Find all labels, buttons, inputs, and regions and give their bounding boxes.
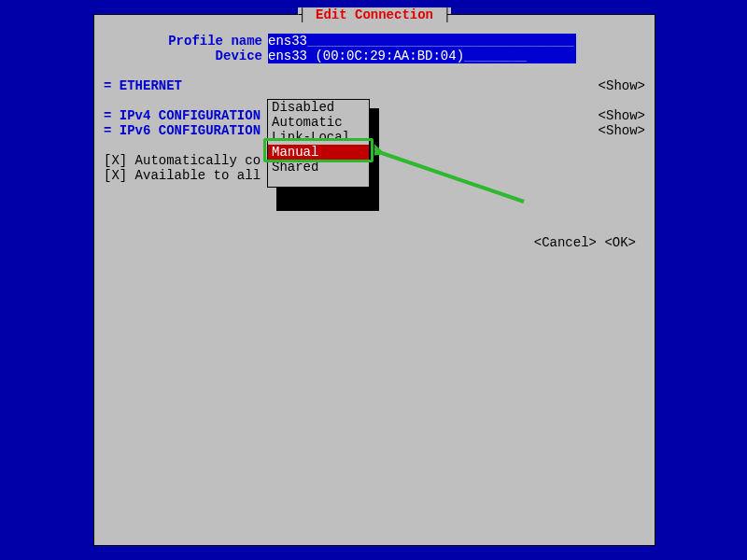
title-pipe-left: ┤	[298, 7, 314, 22]
profile-name-label: Profile name	[104, 34, 262, 49]
cancel-button[interactable]: <Cancel>	[534, 235, 597, 250]
dropdown-option-manual[interactable]: Manual	[268, 145, 369, 160]
dropdown-option-disabled[interactable]: Disabled	[268, 100, 369, 115]
ethernet-section: = ETHERNET <Show>	[104, 78, 645, 93]
device-input[interactable]: ens33 (00:0C:29:AA:BD:04)________	[268, 49, 576, 63]
window-title-bar: ┤ Edit Connection ├	[94, 7, 655, 22]
ok-button[interactable]: <OK>	[604, 235, 636, 250]
dialog-buttons: <Cancel> <OK>	[104, 235, 636, 250]
dropdown-option-automatic[interactable]: Automatic	[268, 115, 369, 130]
dropdown-option-shared[interactable]: Shared	[268, 160, 369, 175]
profile-name-input[interactable]: ens33__________________________________	[268, 34, 576, 49]
ethernet-label: = ETHERNET	[104, 78, 182, 93]
ethernet-show-button[interactable]: <Show>	[599, 78, 645, 93]
ipv4-label: = IPv4 CONFIGURATION	[104, 108, 261, 123]
config-mode-dropdown[interactable]: DisabledAutomaticLink-LocalManualShared	[267, 99, 370, 188]
profile-name-row: Profile name ens33______________________…	[104, 34, 645, 49]
title-pipe-right: ├	[435, 7, 451, 22]
device-label: Device	[104, 49, 262, 63]
window-title: Edit Connection	[314, 7, 435, 22]
ipv6-label: = IPv6 CONFIGURATION	[104, 123, 261, 138]
ipv6-show-button[interactable]: <Show>	[599, 123, 645, 138]
desktop: ┤ Edit Connection ├ Profile name ens33__…	[0, 0, 747, 560]
ipv4-show-button[interactable]: <Show>	[599, 108, 645, 123]
edit-connection-window: ┤ Edit Connection ├ Profile name ens33__…	[93, 14, 655, 546]
device-row: Device ens33 (00:0C:29:AA:BD:04)________	[104, 49, 645, 63]
dropdown-option-link-local[interactable]: Link-Local	[268, 130, 369, 145]
